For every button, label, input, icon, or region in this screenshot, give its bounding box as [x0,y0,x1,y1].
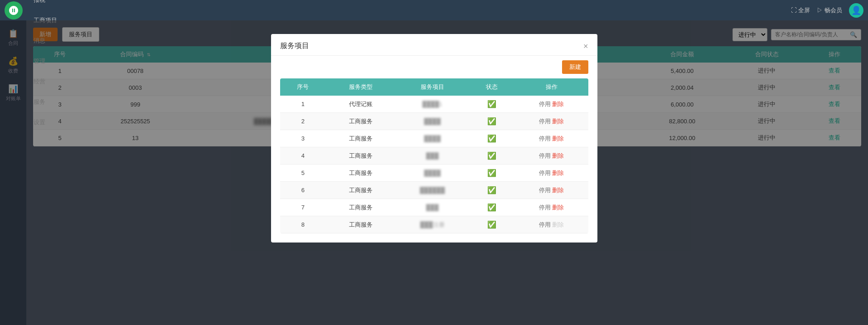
delete-button[interactable]: 删除 [552,152,564,160]
status-check-icon: ✅ [487,186,496,194]
stop-button[interactable]: 停用 [539,169,551,177]
modal-title: 服务项目 [280,41,309,51]
list-item: 7 工商服务 ███ ✅ 停用 删除 [280,199,588,216]
nav-item-tax[interactable]: 报税 [27,0,63,10]
status-check-icon: ✅ [487,100,496,108]
scell-item: ████ [396,113,469,130]
scell-status: ✅ [469,130,515,147]
modal-close-button[interactable]: × [583,42,588,50]
scell-action: 停用 删除 [515,96,588,113]
stop-button[interactable]: 停用 [539,221,551,229]
list-item: 4 工商服务 ███ ✅ 停用 删除 [280,147,588,165]
delete-button[interactable]: 删除 [552,100,564,108]
scell-seq: 2 [280,113,326,130]
stop-button[interactable]: 停用 [539,135,551,143]
modal-overlay: 服务项目 × 新建 序号 服务类型 服务项目 状态 操作 1 代理记账 ████ [0,20,868,325]
scell-item: ███注册 [396,216,469,233]
scell-type: 工商服务 [326,147,396,165]
scell-seq: 1 [280,96,326,113]
scell-type: 工商服务 [326,216,396,233]
sth-item: 服务项目 [396,78,469,96]
modal-body: 序号 服务类型 服务项目 状态 操作 1 代理记账 ████1 ✅ 停用 删除 … [271,78,597,243]
delete-button[interactable]: 删除 [552,186,564,194]
fullscreen-btn[interactable]: ⛶ 全屏 [791,6,810,15]
scell-seq: 7 [280,199,326,216]
scell-item: ████ [396,130,469,147]
top-nav: 首页客户收费票据new记账报税工商项目消息管理经营服务设置 ⛶ 全屏 ▷ 畅会员… [0,0,868,20]
scell-status: ✅ [469,165,515,182]
list-item: 1 代理记账 ████1 ✅ 停用 删除 [280,96,588,113]
scell-type: 工商服务 [326,199,396,216]
list-item: 8 工商服务 ███注册 ✅ 停用 删除 [280,216,588,233]
delete-button[interactable]: 删除 [552,135,564,143]
scell-status: ✅ [469,96,515,113]
sth-type: 服务类型 [326,78,396,96]
list-item: 3 工商服务 ████ ✅ 停用 删除 [280,130,588,147]
status-check-icon: ✅ [487,117,496,125]
avatar[interactable]: 👤 [849,3,863,18]
scell-seq: 3 [280,130,326,147]
scell-seq: 8 [280,216,326,233]
scell-type: 工商服务 [326,165,396,182]
service-table-body: 1 代理记账 ████1 ✅ 停用 删除 2 工商服务 ████ ✅ 停用 删除… [280,96,588,233]
status-check-icon: ✅ [487,221,496,228]
scell-status: ✅ [469,182,515,199]
modal-toolbar: 新建 [271,56,597,78]
scell-action: 停用 删除 [515,113,588,130]
service-table: 序号 服务类型 服务项目 状态 操作 1 代理记账 ████1 ✅ 停用 删除 … [280,78,588,233]
scell-item: ███ [396,199,469,216]
scell-status: ✅ [469,216,515,233]
scell-action: 停用 删除 [515,165,588,182]
scell-action: 停用 删除 [515,130,588,147]
scell-status: ✅ [469,113,515,130]
list-item: 5 工商服务 ████ ✅ 停用 删除 [280,165,588,182]
scell-action: 停用 删除 [515,147,588,165]
status-check-icon: ✅ [487,135,496,142]
scell-type: 工商服务 [326,113,396,130]
list-item: 6 工商服务 ██████ ✅ 停用 删除 [280,182,588,199]
service-modal: 服务项目 × 新建 序号 服务类型 服务项目 状态 操作 1 代理记账 ████ [271,34,597,243]
list-item: 2 工商服务 ████ ✅ 停用 删除 [280,113,588,130]
scell-item: ████ [396,165,469,182]
scell-seq: 6 [280,182,326,199]
scell-status: ✅ [469,147,515,165]
stop-button[interactable]: 停用 [539,152,551,160]
modal-header: 服务项目 × [271,34,597,56]
scell-type: 代理记账 [326,96,396,113]
sth-action: 操作 [515,78,588,96]
scell-action: 停用 删除 [515,199,588,216]
scell-seq: 4 [280,147,326,165]
scell-status: ✅ [469,199,515,216]
scell-type: 工商服务 [326,182,396,199]
scell-item: ██████ [396,182,469,199]
sth-seq: 序号 [280,78,326,96]
sth-status: 状态 [469,78,515,96]
delete-button[interactable]: 删除 [552,117,564,126]
stop-button[interactable]: 停用 [539,204,551,212]
status-check-icon: ✅ [487,204,496,211]
scell-type: 工商服务 [326,130,396,147]
stop-button[interactable]: 停用 [539,186,551,194]
member-btn[interactable]: ▷ 畅会员 [817,6,842,15]
scell-action: 停用 删除 [515,182,588,199]
scell-action: 停用 删除 [515,216,588,233]
app-logo [5,1,23,19]
status-check-icon: ✅ [487,169,496,177]
top-nav-right: ⛶ 全屏 ▷ 畅会员 👤 [791,3,863,18]
stop-button[interactable]: 停用 [539,100,551,108]
status-check-icon: ✅ [487,152,496,160]
scell-item: ████1 [396,96,469,113]
scell-seq: 5 [280,165,326,182]
delete-button[interactable]: 删除 [552,204,564,212]
new-service-button[interactable]: 新建 [562,60,588,74]
delete-button[interactable]: 删除 [552,169,564,177]
service-table-header-row: 序号 服务类型 服务项目 状态 操作 [280,78,588,96]
delete-button: 删除 [552,221,564,229]
scell-item: ███ [396,147,469,165]
stop-button[interactable]: 停用 [539,117,551,126]
